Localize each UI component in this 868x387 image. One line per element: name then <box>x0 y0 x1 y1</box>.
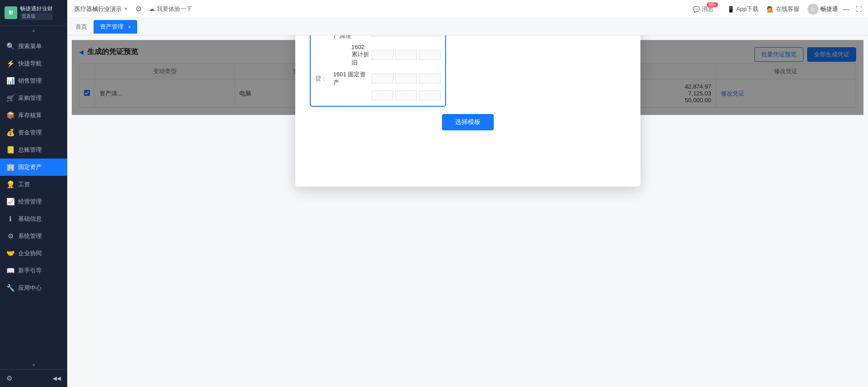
assets-tab[interactable]: 资产管理 × <box>94 20 137 34</box>
footer-collapse-icon[interactable]: ◀◀ <box>53 375 61 382</box>
row1-cell1 <box>372 35 393 37</box>
company-name: 医疗器械行业演示 <box>74 5 122 13</box>
page-inner: ◀ 生成的凭证预览 批量凭证预览 全部生成凭证 变动类型 资产名称 固定资产原值 <box>72 40 863 115</box>
finance-icon: 💰 <box>6 129 15 137</box>
sidebar-item-system[interactable]: ⚙ 系统管理 <box>0 228 67 245</box>
row2-name: 累计折旧 <box>352 51 369 66</box>
user-avatar: U <box>808 4 818 15</box>
sidebar-item-label-enterprise: 企业协同 <box>18 249 42 258</box>
minimize-button[interactable]: — <box>842 5 851 14</box>
experience-btn[interactable]: ☁ 我要体验一下 <box>149 5 192 13</box>
scroll-up-arrow[interactable]: ▲ <box>0 26 67 34</box>
row2-cell3 <box>419 50 441 60</box>
window-controls: 💬 消息 99+ 📱 App下载 💁 在线客服 U 畅捷通 <box>688 0 868 18</box>
basic-info-icon: ℹ <box>6 215 15 223</box>
operations-icon: 📈 <box>6 198 15 206</box>
messages-icon: 💬 <box>693 6 700 13</box>
modal-dialog: × 设置凭证模板 导入 导出 新增 📄 5-固 <box>295 35 640 187</box>
template-row-empty <box>314 89 441 102</box>
online-service-btn[interactable]: 💁 在线客服 <box>767 5 799 13</box>
row3-account: 1601 固定资产 <box>333 70 372 87</box>
sidebar-item-app-center[interactable]: 🔧 应用中心 <box>0 279 67 297</box>
template-card-body: 借： 1606 固定资产清理 <box>311 35 445 106</box>
row1-cell3 <box>419 35 441 37</box>
sidebar-item-label-purchase: 采购管理 <box>18 94 42 102</box>
notification-badge: 99+ <box>707 2 718 7</box>
logo-icon: 财 <box>5 6 17 19</box>
scroll-down-arrow[interactable]: ▼ <box>0 361 67 369</box>
ledger-icon: 📒 <box>6 146 15 154</box>
select-template-container: 选择模板 <box>310 114 626 130</box>
sidebar-item-label-search: 搜索菜单 <box>18 42 42 50</box>
sidebar-item-label-finance: 资金管理 <box>18 129 42 137</box>
fixed-assets-icon: 🏢 <box>6 163 15 171</box>
sidebar-item-operations[interactable]: 📈 经营管理 <box>0 193 67 210</box>
company-selector[interactable]: 医疗器械行业演示 ▼ <box>74 5 128 13</box>
row1-cells <box>372 35 441 37</box>
row2-cell1 <box>372 50 393 60</box>
empty-cell1 <box>372 90 393 100</box>
home-tab[interactable]: 首页 <box>71 20 92 34</box>
row3-side: 贷： <box>315 74 333 83</box>
sidebar-item-enterprise[interactable]: 🤝 企业协同 <box>0 245 67 262</box>
sidebar-item-label-system: 系统管理 <box>18 232 42 240</box>
sidebar-item-label-payroll: 工资 <box>18 180 30 189</box>
app-download-icon: 📱 <box>727 6 734 13</box>
template-card: 📄 5-固定资产减少 ✎ 🗑 <box>310 35 446 107</box>
sidebar-item-quicknav[interactable]: ⚡ 快捷导航 <box>0 55 67 72</box>
sidebar-item-purchase[interactable]: 🛒 采购管理 <box>0 89 67 107</box>
edition-badge: 普及版 <box>20 13 53 20</box>
row2-cells <box>372 50 441 60</box>
online-service-icon: 💁 <box>767 6 774 13</box>
footer-settings-icon[interactable]: ⚙ <box>6 374 12 382</box>
empty-cells <box>372 90 441 100</box>
sidebar-item-basic-info[interactable]: ℹ 基础信息 <box>0 210 67 228</box>
sidebar-nav: 🔍 搜索菜单 ⚡ 快捷导航 📊 销售管理 🛒 采购管理 📦 库存核算 💰 <box>0 34 67 361</box>
online-service-label: 在线客服 <box>776 5 799 13</box>
empty-cell2 <box>395 90 417 100</box>
tab-close-icon[interactable]: × <box>128 24 131 30</box>
row3-cell3 <box>419 74 441 84</box>
row1-account: 1606 固定资产清理 <box>333 35 372 40</box>
sidebar-item-label-sales: 销售管理 <box>18 77 42 85</box>
sidebar-item-label-app-center: 应用中心 <box>18 284 42 292</box>
row1-side: 借： <box>315 35 333 36</box>
guide-icon: 📖 <box>6 267 15 275</box>
page-content: ◀ 生成的凭证预览 批量凭证预览 全部生成凭证 变动类型 资产名称 固定资产原值 <box>67 35 868 387</box>
row1-name: 固定资产清理 <box>333 35 366 39</box>
sidebar-item-search[interactable]: 🔍 搜索菜单 <box>0 38 67 55</box>
row3-cell2 <box>395 74 417 84</box>
select-template-button[interactable]: 选择模板 <box>442 114 494 130</box>
app-download-label: App下载 <box>736 5 759 13</box>
tabs-bar: 首页 资产管理 × <box>67 18 868 35</box>
sidebar-header: 财 畅捷通好业财 普及版 <box>0 0 67 26</box>
row1-cell2 <box>395 35 417 37</box>
messages-btn[interactable]: 💬 消息 99+ <box>693 5 714 13</box>
row3-cell1 <box>372 74 393 84</box>
topbar-settings-icon[interactable]: ⚙ <box>135 5 142 13</box>
sidebar-item-ledger[interactable]: 📒 总账管理 <box>0 141 67 159</box>
sidebar-item-fixed-assets[interactable]: 🏢 固定资产 <box>0 159 67 176</box>
maximize-button[interactable]: ⛶ <box>854 5 863 14</box>
system-icon: ⚙ <box>6 232 15 240</box>
main-area: 医疗器械行业演示 ▼ ⚙ ☁ 我要体验一下 💬 消息 99+ 📱 <box>67 0 868 387</box>
row2-code: 1602 <box>352 44 365 50</box>
sidebar-item-finance[interactable]: 💰 资金管理 <box>0 124 67 141</box>
purchase-icon: 🛒 <box>6 94 15 102</box>
sidebar-item-label-guide: 新手引导 <box>18 267 42 275</box>
user-menu-btn[interactable]: U 畅捷通 <box>808 4 838 15</box>
sidebar-item-sales[interactable]: 📊 销售管理 <box>0 72 67 89</box>
enterprise-icon: 🤝 <box>6 249 15 258</box>
user-name: 畅捷通 <box>820 5 838 13</box>
company-dropdown-icon: ▼ <box>124 6 128 11</box>
template-row-2: 1602 累计折旧 <box>314 42 441 69</box>
sidebar: 财 畅捷通好业财 普及版 ▲ 🔍 搜索菜单 ⚡ 快捷导航 📊 销售管理 <box>0 0 67 387</box>
app-center-icon: 🔧 <box>6 284 15 292</box>
sidebar-item-payroll[interactable]: 👷 工资 <box>0 176 67 193</box>
sidebar-item-inventory[interactable]: 📦 库存核算 <box>0 107 67 124</box>
app-logo: 财 畅捷通好业财 普及版 <box>5 5 63 20</box>
sidebar-item-guide[interactable]: 📖 新手引导 <box>0 262 67 279</box>
row3-code: 1601 <box>333 71 347 78</box>
app-download-btn[interactable]: 📱 App下载 <box>727 5 759 13</box>
topbar-right-actions: 💬 消息 99+ 📱 App下载 💁 在线客服 U 畅捷通 <box>693 4 838 15</box>
